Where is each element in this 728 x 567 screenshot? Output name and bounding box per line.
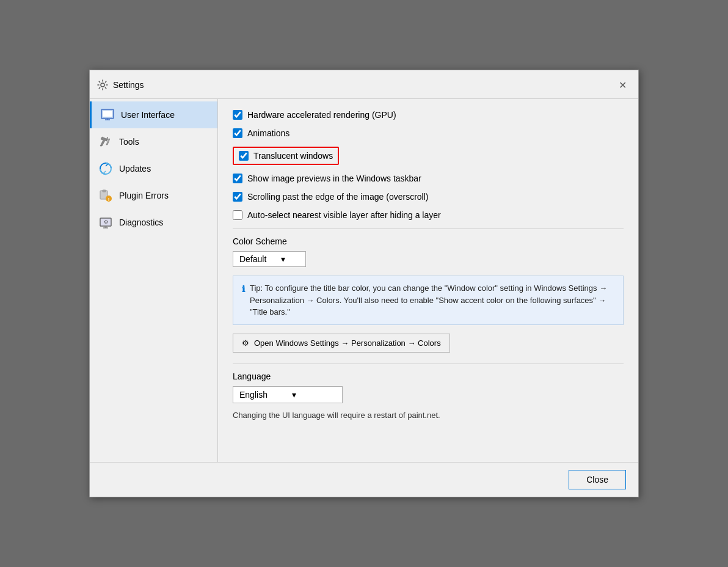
- sidebar-item-tools-label: Tools: [119, 137, 139, 147]
- sidebar-item-user-interface[interactable]: User Interface: [90, 101, 217, 128]
- open-windows-settings-button[interactable]: ⚙ Open Windows Settings → Personalizatio…: [233, 334, 450, 353]
- animations-checkbox[interactable]: [233, 128, 242, 138]
- sidebar-item-updates[interactable]: Updates: [90, 155, 217, 182]
- sidebar: User Interface Tools: [90, 99, 218, 462]
- color-scheme-chevron-icon: ▾: [281, 254, 285, 264]
- auto-select-label[interactable]: Auto-select nearest visible layer after …: [247, 210, 441, 220]
- sidebar-item-plugin-errors-label: Plugin Errors: [119, 191, 169, 200]
- settings-title-icon: [97, 79, 108, 90]
- dialog-footer: Close: [90, 462, 638, 497]
- svg-rect-6: [103, 190, 106, 192]
- hardware-accel-label[interactable]: Hardware accelerated rendering (GPU): [247, 110, 396, 120]
- sidebar-item-tools[interactable]: Tools: [90, 128, 217, 155]
- window-close-button[interactable]: ✕: [614, 76, 631, 93]
- window-title: Settings: [113, 80, 614, 90]
- info-icon: ℹ: [242, 283, 245, 318]
- plugin-errors-icon: !: [98, 188, 113, 203]
- tip-box: ℹ Tip: To configure the title bar color,…: [233, 276, 624, 325]
- svg-rect-2: [103, 111, 112, 117]
- language-divider: [233, 364, 624, 364]
- tip-text: Tip: To configure the title bar color, y…: [250, 282, 614, 318]
- language-section: Language English ▾ Changing the UI langu…: [233, 371, 624, 420]
- settings-panel: Hardware accelerated rendering (GPU) Ani…: [218, 99, 638, 462]
- auto-select-checkbox[interactable]: [233, 210, 242, 220]
- auto-select-row: Auto-select nearest visible layer after …: [233, 210, 624, 220]
- language-chevron-icon: ▾: [292, 390, 296, 400]
- color-scheme-select-row: Default ▾: [233, 251, 624, 267]
- color-scheme-value: Default: [239, 254, 266, 264]
- title-bar: Settings ✕: [90, 70, 638, 99]
- color-scheme-section-label: Color Scheme: [233, 236, 624, 246]
- open-settings-gear-icon: ⚙: [242, 338, 249, 348]
- language-section-label: Language: [233, 371, 624, 381]
- user-interface-icon: [100, 108, 115, 122]
- translucent-windows-checkbox[interactable]: [239, 151, 249, 161]
- translucent-windows-row: Translucent windows: [233, 147, 339, 165]
- language-value: English: [239, 390, 268, 400]
- open-settings-label: Open Windows Settings → Personalization …: [254, 338, 441, 348]
- translucent-windows-label[interactable]: Translucent windows: [253, 151, 333, 161]
- tools-icon: [98, 134, 113, 149]
- hardware-accel-row: Hardware accelerated rendering (GPU): [233, 110, 624, 120]
- overscroll-checkbox[interactable]: [233, 192, 242, 202]
- animations-row: Animations: [233, 128, 624, 138]
- sidebar-item-diagnostics[interactable]: ⚙ Diagnostics: [90, 209, 217, 236]
- close-dialog-button[interactable]: Close: [569, 470, 626, 489]
- svg-text:⚙: ⚙: [104, 219, 108, 225]
- restart-note: Changing the UI language will require a …: [233, 411, 624, 420]
- animations-label[interactable]: Animations: [247, 128, 289, 138]
- settings-window: Settings ✕ User Interface: [89, 70, 639, 497]
- main-content: User Interface Tools: [90, 99, 638, 462]
- diagnostics-icon: ⚙: [98, 215, 113, 230]
- show-image-previews-row: Show image previews in the Windows taskb…: [233, 174, 624, 183]
- language-dropdown[interactable]: English ▾: [233, 386, 343, 403]
- show-image-previews-label[interactable]: Show image previews in the Windows taskb…: [247, 174, 421, 183]
- svg-text:!: !: [108, 197, 110, 202]
- sidebar-item-diagnostics-label: Diagnostics: [119, 218, 163, 227]
- show-image-previews-checkbox[interactable]: [233, 174, 242, 183]
- sidebar-item-plugin-errors[interactable]: ! Plugin Errors: [90, 182, 217, 209]
- overscroll-label[interactable]: Scrolling past the edge of the image (ov…: [247, 192, 428, 202]
- updates-icon: [98, 161, 113, 176]
- svg-point-0: [101, 83, 104, 87]
- sidebar-item-user-interface-label: User Interface: [121, 110, 175, 120]
- color-scheme-dropdown[interactable]: Default ▾: [233, 251, 306, 267]
- color-scheme-divider: [233, 229, 624, 229]
- hardware-accel-checkbox[interactable]: [233, 110, 242, 120]
- overscroll-row: Scrolling past the edge of the image (ov…: [233, 192, 624, 202]
- sidebar-item-updates-label: Updates: [119, 164, 151, 174]
